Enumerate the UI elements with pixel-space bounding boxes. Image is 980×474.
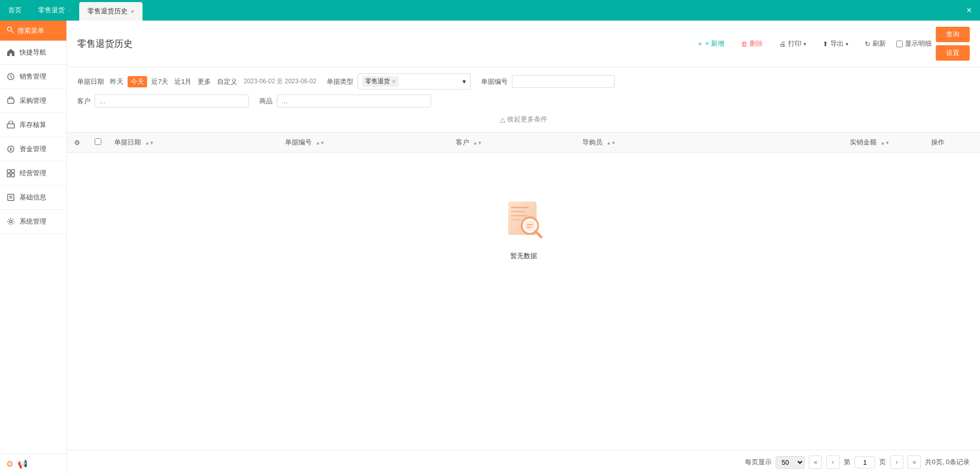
tab-retail-return-history[interactable]: 零售退货历史 ×: [79, 2, 142, 21]
th-doc-date-label: 单据日期: [114, 138, 141, 146]
setting-button[interactable]: 设置: [936, 45, 970, 61]
tab-retail-return-history-close[interactable]: ×: [131, 8, 134, 14]
settings-icon[interactable]: ⚙: [6, 459, 13, 469]
svg-point-13: [10, 221, 12, 223]
speaker-icon[interactable]: 📢: [17, 459, 28, 469]
next-page-button[interactable]: ›: [890, 455, 903, 469]
add-button[interactable]: ＋ + 新增: [690, 36, 730, 51]
th-checkbox[interactable]: [87, 133, 108, 153]
sidebar-item-label: 基础信息: [20, 193, 46, 202]
date-opt-7days[interactable]: 近7天: [149, 76, 170, 87]
date-opt-more[interactable]: 更多: [195, 76, 213, 87]
date-opt-today[interactable]: 今天: [128, 76, 147, 87]
doc-number-label: 单据编号: [481, 77, 508, 86]
export-button[interactable]: ⬆ 导出: [816, 36, 854, 51]
th-settings[interactable]: ⚙: [67, 133, 87, 153]
per-page-select[interactable]: 50 20 100: [776, 456, 805, 469]
date-opt-1month[interactable]: 近1月: [172, 76, 193, 87]
th-actions: 操作: [896, 133, 980, 153]
finance-icon: [6, 144, 15, 154]
tab-retail-return-close[interactable]: ×: [68, 7, 71, 13]
sidebar-item-label: 快捷导航: [20, 48, 46, 57]
th-doc-date[interactable]: 单据日期 ▲▼: [108, 133, 279, 153]
prev-page-button[interactable]: ‹: [826, 455, 840, 469]
goods-label: 商品: [259, 97, 273, 106]
date-filter-label: 单据日期: [77, 77, 104, 86]
tab-retail-return[interactable]: 零售退货 ×: [30, 0, 79, 21]
print-label: 打印: [788, 39, 801, 48]
svg-rect-4: [7, 124, 14, 128]
total-info: 共0页, 0条记录: [925, 458, 970, 467]
th-actual-amount-label: 实销金额: [850, 138, 877, 146]
tab-bar: 首页 零售退货 × 零售退货历史 ×: [0, 0, 958, 21]
date-opt-custom[interactable]: 自定义: [215, 76, 239, 87]
filter-customer: 客户: [77, 95, 249, 107]
data-table: ⚙ 单据日期 ▲▼ 单据编号 ▲▼ 客户 ▲▼: [67, 133, 980, 302]
th-doc-number[interactable]: 单据编号 ▲▼: [279, 133, 450, 153]
filter-row-1: 单据日期 昨天 今天 近7天 近1月 更多 自定义 2023-06-02 至 2…: [77, 74, 970, 89]
filter-area: 单据日期 昨天 今天 近7天 近1月 更多 自定义 2023-06-02 至 2…: [67, 67, 980, 133]
first-page-button[interactable]: «: [809, 455, 822, 469]
page-input[interactable]: [854, 457, 875, 468]
query-button[interactable]: 查询: [936, 27, 970, 42]
filter-goods: 商品: [259, 95, 431, 107]
sidebar-item-system[interactable]: 系统管理: [0, 210, 66, 234]
svg-rect-16: [511, 211, 525, 212]
svg-line-21: [536, 231, 541, 237]
toolbar: ＋ + 新增 🗑 删除 🖨 打印 ⬆ 导出 ↻ 刷新: [690, 27, 970, 61]
th-guide[interactable]: 导购员 ▲▼: [576, 133, 725, 153]
svg-rect-10: [8, 194, 14, 200]
sidebar-item-label: 资金管理: [20, 144, 46, 154]
purchase-icon: [6, 96, 15, 105]
sort-arrows-amount: ▲▼: [881, 140, 890, 145]
basic-info-icon: [6, 193, 15, 202]
page-title: 零售退货历史: [77, 38, 133, 50]
doc-number-input[interactable]: [512, 75, 615, 88]
sidebar-item-purchase-mgmt[interactable]: 采购管理: [0, 89, 66, 113]
last-page-button[interactable]: »: [907, 455, 921, 469]
sidebar-item-inventory[interactable]: 库存核算: [0, 113, 66, 137]
tab-home[interactable]: 首页: [0, 0, 30, 21]
window-close-button[interactable]: ×: [958, 5, 980, 16]
select-all-checkbox[interactable]: [95, 138, 101, 145]
sales-icon: [6, 72, 15, 81]
print-button[interactable]: 🖨 打印: [773, 36, 812, 51]
collapse-icon: △: [500, 116, 505, 123]
sidebar-item-sales-mgmt[interactable]: 销售管理: [0, 65, 66, 89]
content-area: 零售退货历史 ＋ + 新增 🗑 删除 🖨 打印 ⬆ 导出: [67, 21, 980, 474]
th-actual-amount[interactable]: 实销金额 ▲▼: [725, 133, 896, 153]
show-detail-checkbox[interactable]: [896, 41, 903, 47]
customer-input[interactable]: [95, 95, 249, 107]
doc-type-tag: 零售退货 ×: [362, 76, 399, 87]
sidebar-item-finance[interactable]: 资金管理: [0, 137, 66, 161]
refresh-label: 刷新: [872, 39, 886, 48]
empty-illustration: [498, 194, 549, 245]
sidebar-item-operations[interactable]: 经营管理: [0, 161, 66, 186]
svg-rect-6: [7, 170, 10, 173]
th-customer[interactable]: 客户 ▲▼: [450, 133, 577, 153]
doc-type-tag-close[interactable]: ×: [392, 78, 396, 85]
goods-input[interactable]: [277, 95, 431, 107]
doc-type-label: 单据类型: [327, 77, 353, 86]
svg-rect-3: [8, 99, 14, 103]
svg-rect-18: [511, 219, 521, 221]
sidebar-item-basic-info[interactable]: 基础信息: [0, 186, 66, 210]
refresh-button[interactable]: ↻ 刷新: [859, 36, 892, 51]
date-opt-yesterday[interactable]: 昨天: [108, 76, 126, 87]
tab-home-label: 首页: [8, 6, 22, 15]
delete-button[interactable]: 🗑 删除: [735, 36, 769, 51]
sidebar-item-quick-nav[interactable]: 快捷导航: [0, 41, 66, 65]
table-header-row: ⚙ 单据日期 ▲▼ 单据编号 ▲▼ 客户 ▲▼: [67, 133, 980, 153]
filter-doc-type: 单据类型 零售退货 × ▾: [327, 74, 471, 89]
doc-type-select[interactable]: 零售退货 × ▾: [358, 74, 471, 89]
th-actions-label: 操作: [931, 138, 945, 146]
sort-arrows-doc-date: ▲▼: [145, 140, 154, 145]
th-customer-label: 客户: [456, 138, 469, 146]
svg-rect-9: [11, 174, 14, 177]
collapse-filter-button[interactable]: △ 收起更多条件: [494, 113, 554, 126]
th-guide-label: 导购员: [582, 138, 602, 146]
per-page-label: 每页显示: [745, 458, 772, 467]
sidebar-item-label: 经营管理: [20, 169, 46, 178]
sidebar-search[interactable]: 搜索菜单: [0, 21, 66, 41]
tab-retail-return-history-label: 零售退货历史: [87, 7, 128, 16]
